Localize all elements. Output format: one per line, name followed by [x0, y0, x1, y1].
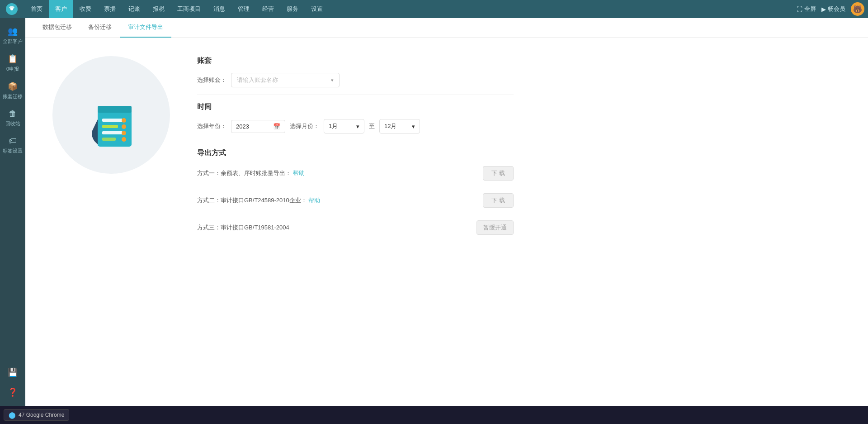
sidebar-item-account-migration[interactable]: 📦 账套迁移: [0, 77, 25, 105]
export-method-1-help[interactable]: 帮助: [293, 170, 305, 176]
month-end-select[interactable]: 12月 ▾: [379, 119, 420, 133]
avatar[interactable]: 🐻: [851, 2, 864, 16]
year-input[interactable]: 2023 📅: [231, 120, 285, 133]
sidebar-item-label: 0申报: [6, 66, 19, 72]
export-method-2-help[interactable]: 帮助: [308, 197, 320, 204]
nav-fees[interactable]: 收费: [73, 0, 98, 18]
customers-icon: 👥: [8, 26, 18, 36]
audit-illustration: [71, 70, 152, 160]
export-method-3-coming-soon-button[interactable]: 暂缓开通: [476, 220, 514, 235]
nav-settings[interactable]: 设置: [305, 0, 329, 18]
chevron-down-icon-month-end: ▾: [412, 123, 415, 130]
svg-rect-6: [102, 131, 123, 134]
month-separator: 至: [369, 122, 375, 130]
vip-label: 畅会员: [828, 5, 845, 13]
declaration-icon: 📋: [8, 54, 18, 64]
main-layout: 👥 全部客户 📋 0申报 📦 账套迁移 🗑 回收站 🏷 标签设置 💾 ❓ 数据包…: [0, 18, 868, 406]
svg-rect-3: [98, 106, 132, 113]
year-value: 2023: [236, 123, 249, 130]
nav-messages[interactable]: 消息: [207, 0, 231, 18]
sidebar-item-recycle[interactable]: 🗑 回收站: [0, 105, 25, 132]
taskbar-chrome-label: 47 Google Chrome: [19, 412, 64, 418]
fullscreen-icon: ⛶: [797, 6, 802, 13]
sidebar-item-tag-settings[interactable]: 🏷 标签设置: [0, 132, 25, 159]
nav-bookkeeping[interactable]: 记账: [122, 0, 146, 18]
sidebar-help-icon[interactable]: ❓: [0, 384, 25, 400]
form-area: 账套 选择账套： 请输入账套名称 ▾ 时间 选择年份： 2023 📅: [197, 56, 514, 388]
svg-point-1: [10, 8, 13, 10]
month-label: 选择月份：: [290, 122, 319, 130]
section-divider-1: [197, 95, 514, 95]
svg-rect-4: [102, 119, 123, 122]
month-start-value: 1月: [329, 122, 338, 130]
taskbar: ⬤ 47 Google Chrome: [0, 406, 868, 424]
calendar-icon: 📅: [273, 123, 280, 130]
nav-business[interactable]: 工商项目: [171, 0, 207, 18]
svg-rect-5: [102, 125, 118, 128]
svg-rect-7: [102, 138, 116, 141]
svg-point-8: [122, 118, 126, 123]
tag-icon: 🏷: [9, 136, 17, 146]
sidebar: 👥 全部客户 📋 0申报 📦 账套迁移 🗑 回收站 🏷 标签设置 💾 ❓: [0, 18, 25, 406]
account-select-label: 选择账套：: [197, 76, 226, 84]
sidebar-item-all-customers[interactable]: 👥 全部客户: [0, 22, 25, 49]
migration-icon: 📦: [8, 81, 18, 91]
top-nav-right: ⛶ 全屏 ▶ 畅会员 🐻: [797, 2, 864, 16]
account-select[interactable]: 请输入账套名称 ▾: [231, 73, 340, 87]
account-select-row: 选择账套： 请输入账套名称 ▾: [197, 73, 514, 87]
export-method-3-row: 方式三：审计接口GB/T19581-2004 暂缓开通: [197, 220, 514, 235]
account-select-placeholder: 请输入账套名称: [237, 76, 278, 84]
nav-invoice[interactable]: 票据: [98, 0, 122, 18]
sidebar-item-label: 回收站: [5, 120, 20, 127]
play-icon: ▶: [821, 6, 826, 13]
page-content: 账套 选择账套： 请输入账套名称 ▾ 时间 选择年份： 2023 📅: [25, 38, 868, 406]
tabs-bar: 数据包迁移 备份迁移 审计文件导出: [25, 18, 868, 38]
export-method-2-label: 方式二：审计接口GB/T24589-2010企业： 帮助: [197, 196, 320, 205]
svg-point-10: [122, 131, 126, 135]
vip-button[interactable]: ▶ 畅会员: [821, 5, 845, 13]
content-area: 数据包迁移 备份迁移 审计文件导出: [25, 18, 868, 406]
chevron-down-icon-month: ▾: [356, 123, 359, 130]
time-section-title: 时间: [197, 102, 514, 112]
trash-icon: 🗑: [9, 109, 17, 119]
nav-customer[interactable]: 客户: [49, 0, 73, 18]
month-start-select[interactable]: 1月 ▾: [324, 119, 364, 133]
app-logo: [4, 1, 20, 17]
export-method-1-row: 方式一：余额表、序时账批量导出： 帮助 下 载: [197, 166, 514, 181]
nav-operation[interactable]: 经营: [256, 0, 280, 18]
svg-point-11: [122, 137, 126, 142]
sidebar-item-label: 账套迁移: [3, 93, 23, 100]
export-method-2-download-button[interactable]: 下 载: [483, 193, 514, 208]
fullscreen-button[interactable]: ⛶ 全屏: [797, 5, 816, 13]
account-section-title: 账套: [197, 56, 514, 66]
sidebar-item-zero-declaration[interactable]: 📋 0申报: [0, 49, 25, 77]
time-row: 选择年份： 2023 📅 选择月份： 1月 ▾ 至 12月 ▾: [197, 119, 514, 133]
illustration-area: [52, 56, 170, 174]
sidebar-item-label: 标签设置: [3, 148, 23, 154]
month-end-value: 12月: [384, 122, 396, 130]
nav-home[interactable]: 首页: [24, 0, 49, 18]
nav-management[interactable]: 管理: [231, 0, 256, 18]
nav-tax[interactable]: 报税: [146, 0, 171, 18]
chevron-down-icon: ▾: [331, 77, 334, 83]
export-method-1-label: 方式一：余额表、序时账批量导出： 帮助: [197, 169, 305, 177]
tab-backup-migration[interactable]: 备份迁移: [80, 18, 120, 38]
sidebar-bottom: 💾 ❓: [0, 364, 25, 406]
tab-audit-export[interactable]: 审计文件导出: [120, 18, 171, 38]
chrome-icon: ⬤: [9, 411, 16, 419]
tab-data-migration[interactable]: 数据包迁移: [34, 18, 80, 38]
export-method-3-label: 方式三：审计接口GB/T19581-2004: [197, 224, 289, 232]
nav-service[interactable]: 服务: [280, 0, 305, 18]
export-method-2-row: 方式二：审计接口GB/T24589-2010企业： 帮助 下 载: [197, 193, 514, 208]
svg-point-9: [122, 124, 126, 129]
section-divider-2: [197, 141, 514, 141]
taskbar-chrome[interactable]: ⬤ 47 Google Chrome: [4, 409, 69, 421]
fullscreen-label: 全屏: [804, 5, 816, 13]
illustration-circle: [52, 56, 170, 174]
sidebar-download-icon[interactable]: 💾: [0, 364, 25, 381]
export-method-1-download-button[interactable]: 下 载: [483, 166, 514, 181]
top-nav: 首页 客户 收费 票据 记账 报税 工商项目 消息 管理 经营 服务 设置 ⛶ …: [0, 0, 868, 18]
export-section-title: 导出方式: [197, 148, 514, 158]
year-label: 选择年份：: [197, 122, 226, 130]
sidebar-item-label: 全部客户: [3, 38, 23, 45]
